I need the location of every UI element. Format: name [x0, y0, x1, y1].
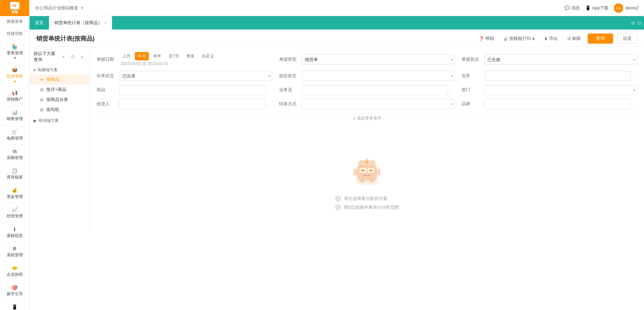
doc-type-select-wrap: 销货单 ▾: [302, 54, 455, 64]
recipient-input[interactable]: [119, 99, 266, 109]
out-status-select[interactable]: 已出库: [119, 71, 272, 81]
date-tab-this-year[interactable]: 本年: [150, 52, 164, 60]
industry-dropdown-icon[interactable]: ▾: [81, 5, 84, 10]
sidebar-item-system[interactable]: ⚙ 系统管理: [0, 242, 29, 262]
settlement-select[interactable]: [302, 99, 455, 109]
salesman-input[interactable]: [302, 85, 448, 95]
query-sidebar-header: 按以下方案查询 + ⊙ «: [30, 49, 90, 64]
tip-num-2: ②: [335, 204, 341, 210]
quick-nav-item[interactable]: 快捷导航: [0, 29, 29, 39]
date-tab-custom[interactable]: 自定义: [199, 52, 217, 60]
sidebar-item-basics[interactable]: ℹ 基础信息: [0, 223, 29, 242]
brand-more-dots[interactable]: ···: [631, 101, 637, 107]
sidebar-item-purchase[interactable]: 🛍 采购管理: [0, 145, 29, 164]
tab-home[interactable]: 首页: [30, 16, 49, 30]
goods-label: 商品: [97, 87, 119, 93]
recipient-more-dots[interactable]: ···: [266, 101, 272, 107]
refresh-btn[interactable]: ↺ 刷新: [565, 34, 584, 43]
svg-rect-4: [361, 169, 365, 171]
date-tab-7days[interactable]: 近7天: [166, 52, 182, 60]
department-select[interactable]: [484, 85, 637, 95]
qs-section-pc-header[interactable]: ▾ 电脑端方案: [30, 65, 90, 74]
qs-settings-btn[interactable]: ⊙: [69, 53, 76, 60]
qs-section-arrow-mobile: ▶: [34, 118, 37, 123]
sidebar-item-guide[interactable]: 🎯 新手引导: [0, 281, 29, 301]
goods-input[interactable]: [119, 85, 266, 95]
qs-item-by-goods[interactable]: ● 按商品: [30, 74, 90, 85]
query-button[interactable]: 查询: [588, 34, 613, 44]
message-btn[interactable]: 💬 消息: [565, 5, 580, 11]
date-tab-last-month[interactable]: 上月: [119, 52, 133, 60]
user-area[interactable]: Ea demo2: [614, 3, 639, 13]
tab-minimize-icon[interactable]: ⊟: [631, 20, 635, 25]
goods-more-dots[interactable]: ···: [266, 87, 272, 93]
department-label: 部门: [462, 87, 484, 93]
doc-status-label: 单据状态: [462, 56, 484, 62]
sidebar-item-ecommerce[interactable]: 🛒 电商管理: [0, 125, 29, 145]
filter-cell-salesman: 业务员 ···: [279, 85, 455, 95]
sidebar-item-marketing[interactable]: 📢 营销推广: [0, 87, 29, 106]
warehouse-more-dots[interactable]: ···: [631, 73, 637, 79]
sidebar-item-inventory[interactable]: 📋 库存核算: [0, 164, 29, 184]
salesman-label: 业务员: [279, 87, 302, 93]
date-tab-more[interactable]: 更多: [183, 52, 198, 60]
filter-cell-doc-status: 单据状态 已生效 ▾: [462, 52, 637, 67]
svg-rect-10: [370, 180, 374, 183]
print-icon: 🖨: [503, 36, 508, 41]
qs-section-arrow-pc: ▾: [34, 68, 36, 72]
warehouse-input[interactable]: [484, 71, 631, 81]
doc-status-select[interactable]: 已生效: [484, 54, 637, 64]
qs-section-mobile-header[interactable]: ▶ 移动端方案: [30, 116, 90, 125]
qs-section-mobile: ▶ 移动端方案: [30, 116, 90, 125]
receipt-status-select[interactable]: [302, 71, 455, 81]
app-download-label: App下载: [592, 5, 608, 11]
export-btn[interactable]: ⬇ 导出: [541, 34, 560, 43]
tab-close-btn[interactable]: ×: [104, 20, 107, 25]
svg-rect-5: [369, 169, 373, 171]
search-label: 搜索菜单: [7, 19, 23, 24]
filter-cell-date: 单据日期 上月 本月 本年 近7天 更多 自定义: [97, 52, 272, 67]
sidebar-item-collab[interactable]: 🤝 企业协同: [0, 262, 29, 281]
tab-current[interactable]: 销货单统计表（按商品） ×: [49, 16, 112, 30]
sidebar-item-sales[interactable]: 📊 销售管理: [0, 106, 29, 125]
tip-num-1: ①: [335, 196, 341, 202]
qs-item-by-category[interactable]: ▦ 按商品分类: [30, 95, 90, 105]
finance-icon: 💰: [12, 187, 18, 193]
doc-type-select[interactable]: 销货单: [302, 54, 455, 64]
help-btn[interactable]: ❓ 帮助: [476, 34, 497, 43]
apps-icon: 📱: [12, 304, 18, 310]
print-label: 按模板打印: [509, 36, 531, 42]
collapse-more-btn[interactable]: ∧ 收起更多条件: [97, 113, 637, 123]
salesman-more-dots[interactable]: ···: [448, 87, 455, 93]
sidebar-item-wholesale[interactable]: 📦 批发管理 ▲: [0, 63, 29, 87]
sidebar-item-retail[interactable]: 🏪 零售管理 ▾: [0, 40, 29, 63]
avatar: Ea: [614, 3, 623, 13]
filter-row-3: 商品 ··· 业务员 ···: [97, 85, 637, 95]
department-select-wrap: ▾: [484, 85, 637, 95]
sidebar-search-menu[interactable]: 搜索菜单: [0, 16, 29, 28]
sidebar-item-finance[interactable]: 💰 资金管理: [0, 184, 29, 203]
purchase-label: 采购管理: [7, 155, 23, 161]
qs-item-icon-month: ▦: [39, 87, 44, 92]
empty-state: ① 请先选择要分析的方案 ② 用[过滤]条件来缩小分析范围: [90, 128, 644, 230]
wholesale-arrow: ▲: [13, 79, 17, 83]
settings-button[interactable]: 设置: [617, 34, 637, 44]
qs-item-by-driver[interactable]: ▦ 按司机: [30, 105, 90, 115]
sidebar-quick-nav[interactable]: 快捷导航: [0, 28, 29, 40]
date-tab-this-month[interactable]: 本月: [135, 52, 149, 60]
qs-add-btn[interactable]: +: [60, 53, 67, 60]
page-title: 销货单统计表(按商品): [36, 35, 95, 43]
qs-collapse-btn[interactable]: «: [79, 53, 86, 60]
brand-input[interactable]: [484, 99, 631, 109]
date-picker-group: 上月 本月 本年 近7天 更多 自定义: [119, 52, 272, 60]
qs-item-icon-driver: ▦: [39, 107, 44, 112]
header-left: 办公用品行业模拟账套 ▾: [35, 5, 84, 11]
print-btn[interactable]: 🖨 按模板打印 ▾: [501, 34, 537, 43]
sidebar-item-operations[interactable]: 📈 经营管理: [0, 203, 29, 223]
app-download-btn[interactable]: 📱 App下载: [585, 5, 608, 11]
tab-expand-icon[interactable]: ⊡: [638, 20, 641, 25]
qs-item-by-month-goods[interactable]: ▦ 按月+商品: [30, 85, 90, 95]
qs-item-label-driver: 按司机: [46, 107, 59, 113]
main-area: 办公用品行业模拟账套 ▾ 💬 消息 📱 App下载 Ea demo2 首页: [30, 0, 644, 310]
sidebar-item-apps[interactable]: 📱 应用中心: [0, 301, 29, 310]
